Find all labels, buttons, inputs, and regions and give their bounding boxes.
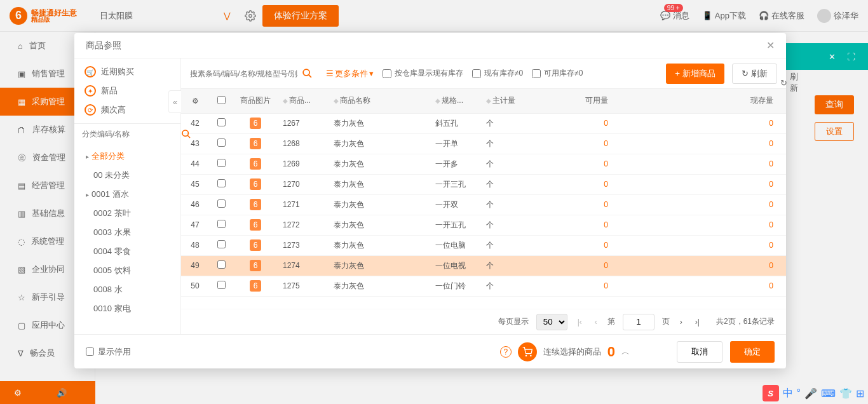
- refresh-button[interactable]: ↻刷新: [732, 64, 777, 84]
- left-tab-2[interactable]: ⟳频次高: [74, 100, 180, 119]
- ime-punct-icon[interactable]: °: [797, 387, 801, 399]
- checkbox[interactable]: [383, 69, 391, 78]
- row-checkbox[interactable]: [217, 118, 226, 126]
- last-page-icon[interactable]: ›|: [693, 318, 702, 327]
- help-icon[interactable]: ?: [500, 346, 512, 358]
- row-checkbox[interactable]: [217, 199, 226, 208]
- cell-spec: 斜五孔: [430, 113, 481, 133]
- row-checkbox[interactable]: [217, 240, 226, 248]
- tree-item[interactable]: 0008 水: [74, 280, 180, 299]
- product-search-input[interactable]: [190, 69, 298, 78]
- prev-page-icon[interactable]: ‹: [592, 318, 600, 327]
- chk-onhand-nonzero[interactable]: 现有库存≠0: [472, 68, 523, 79]
- col-spec[interactable]: ◆规格...: [430, 89, 481, 113]
- col-name[interactable]: ◆商品名称: [329, 89, 430, 113]
- col-unit[interactable]: ◆主计量: [481, 89, 526, 113]
- cell-spec: 一位电脑: [430, 235, 481, 255]
- row-checkbox[interactable]: [217, 138, 226, 147]
- row-checkbox[interactable]: [217, 260, 226, 269]
- refresh-label[interactable]: 刷新: [790, 71, 798, 94]
- row-checkbox[interactable]: [217, 281, 226, 289]
- left-tab-0[interactable]: 🛒近期购买: [74, 62, 180, 81]
- cell-spec: 一开三孔: [430, 174, 481, 194]
- close-icon[interactable]: ✕: [766, 39, 775, 51]
- search-icon[interactable]: [302, 68, 313, 79]
- cell-available: 0: [526, 276, 621, 296]
- tree-item[interactable]: 0004 零食: [74, 242, 180, 261]
- chk-by-warehouse[interactable]: 按仓库显示现有库存: [383, 68, 463, 79]
- col-code[interactable]: ◆商品...: [278, 89, 329, 113]
- chk-label: 可用库存≠0: [544, 68, 583, 79]
- row-checkbox[interactable]: [217, 179, 226, 187]
- per-page-label: 每页显示: [498, 316, 529, 327]
- chk-available-nonzero[interactable]: 可用库存≠0: [532, 68, 583, 79]
- ime-lang-icon[interactable]: 中: [783, 387, 793, 400]
- show-stopped-toggle[interactable]: 显示停用: [86, 346, 131, 358]
- next-page-icon[interactable]: ›: [677, 318, 685, 327]
- collapse-icon[interactable]: «: [168, 90, 181, 113]
- tree-item[interactable]: 0003 水果: [74, 223, 180, 242]
- ime-toolbox-icon[interactable]: ⊞: [856, 387, 864, 400]
- table-row[interactable]: 4361268泰力灰色一开单个00: [181, 133, 786, 154]
- svg-point-3: [303, 69, 309, 76]
- cell-available: 0: [526, 255, 621, 276]
- row-checkbox[interactable]: [217, 220, 226, 228]
- checkbox[interactable]: [86, 347, 94, 356]
- cell-name: 泰力灰色: [329, 215, 430, 235]
- ime-keyboard-icon[interactable]: ⌨: [821, 387, 836, 400]
- product-image-icon: 6: [250, 178, 261, 190]
- cell-name: 泰力灰色: [329, 133, 430, 154]
- col-image[interactable]: 商品图片: [233, 89, 278, 113]
- cell-spec: 一开五孔: [430, 215, 481, 235]
- chevron-down-icon: ▾: [369, 69, 374, 78]
- cell-available: 0: [526, 133, 621, 154]
- tree-item[interactable]: 00 未分类: [74, 166, 180, 185]
- tree-item[interactable]: 0005 饮料: [74, 261, 180, 280]
- product-table-wrap[interactable]: ⚙ 商品图片 ◆商品... ◆商品名称 ◆规格... ◆主计量 可用量 现存量 …: [181, 89, 786, 309]
- page-input[interactable]: [623, 314, 654, 330]
- table-row[interactable]: 4561270泰力灰色一开三孔个00: [181, 174, 786, 194]
- table-row[interactable]: 5061275泰力灰色一位门铃个00: [181, 276, 786, 296]
- col-settings[interactable]: ⚙: [181, 89, 209, 113]
- ime-s-icon[interactable]: S: [763, 385, 779, 401]
- table-row[interactable]: 4861273泰力灰色一位电脑个00: [181, 235, 786, 255]
- col-checkbox[interactable]: [209, 89, 233, 113]
- category-search-input[interactable]: [82, 130, 177, 138]
- table-row[interactable]: 4661271泰力灰色一开双个00: [181, 194, 786, 215]
- checkbox-all[interactable]: [217, 96, 226, 104]
- row-index: 44: [181, 154, 209, 174]
- add-product-button[interactable]: +新增商品: [666, 64, 724, 84]
- cell-name: 泰力灰色: [329, 194, 430, 215]
- row-checkbox[interactable]: [217, 159, 226, 167]
- per-page-select[interactable]: 50: [536, 314, 567, 330]
- col-stock[interactable]: 现存量: [621, 89, 786, 113]
- checkbox[interactable]: [532, 69, 541, 78]
- left-tab-1[interactable]: ✦新品: [74, 81, 180, 100]
- cell-unit: 个: [481, 276, 526, 296]
- col-available[interactable]: 可用量: [526, 89, 621, 113]
- cancel-button[interactable]: 取消: [677, 341, 722, 363]
- cell-code: 1274: [278, 255, 329, 276]
- ime-mic-icon[interactable]: 🎤: [804, 387, 817, 400]
- tree-root[interactable]: ▸ 全部分类: [74, 147, 180, 166]
- cart-icon: [518, 342, 537, 361]
- svg-point-6: [530, 355, 531, 356]
- cell-stock: 0: [621, 255, 786, 276]
- tree-item[interactable]: ▸0001 酒水: [74, 185, 180, 204]
- table-row[interactable]: 4261267泰力灰色斜五孔个00: [181, 113, 786, 133]
- refresh-icon[interactable]: ↻: [780, 78, 787, 88]
- tree-item[interactable]: 0010 家电: [74, 299, 180, 318]
- cell-spec: 一开单: [430, 133, 481, 154]
- checkbox[interactable]: [472, 69, 481, 78]
- tree-item[interactable]: 0002 茶叶: [74, 204, 180, 223]
- table-row[interactable]: 4461269泰力灰色一开多个00: [181, 154, 786, 174]
- search-icon[interactable]: [181, 129, 191, 139]
- tab-label: 近期购买: [101, 66, 134, 77]
- first-page-icon[interactable]: |‹: [575, 318, 585, 327]
- table-row[interactable]: 4961274泰力灰色一位电视个00: [181, 255, 786, 276]
- chevron-up-icon[interactable]: ︿: [621, 346, 630, 358]
- ime-skin-icon[interactable]: 👕: [839, 387, 852, 400]
- confirm-button[interactable]: 确定: [730, 341, 775, 363]
- table-row[interactable]: 4761272泰力灰色一开五孔个00: [181, 215, 786, 235]
- more-conditions[interactable]: ☰ 更多条件 ▾: [326, 68, 374, 79]
